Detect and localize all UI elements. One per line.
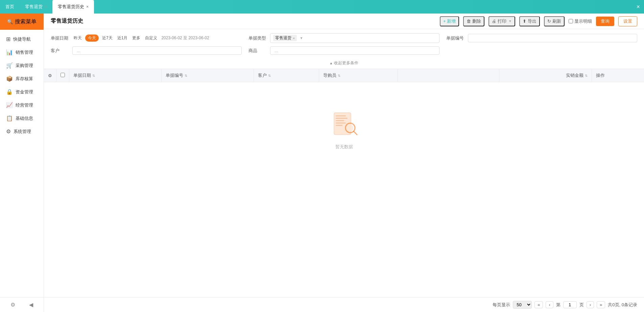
export-button[interactable]: ⬆ 导出: [519, 16, 540, 26]
sidebar-item-basic-info[interactable]: 📋 基础信息: [0, 112, 44, 125]
pagination-summary: 共0页, 0条记录: [608, 302, 637, 308]
inventory-icon: 📦: [6, 75, 13, 82]
finance-icon: 🔒: [6, 89, 13, 95]
date-filter-label: 单据日期: [51, 35, 70, 41]
th-guide-label: 导购员: [323, 72, 336, 79]
th-checkbox[interactable]: [56, 69, 69, 82]
content-area: 零售退货历史 + 新增 🗑 删除 🖨 打印 ▼ ⬆ 导出 ↻: [44, 14, 644, 312]
svg-rect-2: [336, 118, 348, 119]
sidebar-item-quick-nav[interactable]: ⊞ 快捷导航: [0, 32, 44, 46]
sidebar-item-quick-nav-label: 快捷导航: [13, 36, 31, 42]
th-number[interactable]: 单据编号 ⇅: [162, 69, 254, 82]
empty-state: 暂无数据: [44, 82, 644, 177]
th-settings[interactable]: ⚙: [44, 69, 56, 82]
purchase-icon: 🛒: [6, 62, 13, 69]
th-amount-label: 实销金额: [566, 72, 583, 79]
operations-icon: 📈: [6, 102, 13, 108]
print-button[interactable]: 🖨 打印 ▼: [488, 16, 515, 26]
per-page-label: 每页显示: [493, 302, 510, 308]
goods-input[interactable]: ...: [270, 46, 439, 55]
table-header: ⚙ 单据日期 ⇅: [44, 69, 644, 82]
export-icon: ⬆: [523, 19, 526, 24]
first-page-button[interactable]: «: [534, 301, 543, 308]
type-tag-close[interactable]: ×: [293, 36, 295, 40]
th-date[interactable]: 单据日期 ⇅: [69, 69, 162, 82]
sidebar-item-finance-label: 资金管理: [16, 89, 33, 95]
tab-retail-return-history[interactable]: 零售退货历史 ×: [52, 0, 94, 14]
prev-page-button[interactable]: ‹: [546, 301, 553, 308]
sidebar-item-sales[interactable]: 📊 销售管理: [0, 46, 44, 59]
search-icon: 🔍: [7, 19, 13, 24]
th-number-label: 单据编号: [166, 72, 183, 79]
number-input[interactable]: [468, 34, 637, 42]
print-dropdown-arrow: ▼: [508, 19, 512, 23]
sidebar-item-inventory[interactable]: 📦 库存核算: [0, 72, 44, 85]
type-tag-label: 零售退货: [275, 35, 291, 41]
th-guide[interactable]: 导购员 ⇅: [319, 69, 398, 82]
select-all-checkbox[interactable]: [61, 73, 65, 77]
sidebar-item-operations[interactable]: 📈 经营管理: [0, 98, 44, 112]
type-select[interactable]: 零售退货 × ▼: [270, 33, 439, 43]
sales-icon: 📊: [6, 49, 13, 55]
empty-illustration: [327, 109, 361, 140]
page-actions: + 新增 🗑 删除 🖨 打印 ▼ ⬆ 导出 ↻ 刷新: [440, 16, 637, 26]
system-icon: ⚙: [6, 128, 11, 135]
customer-input[interactable]: ...: [72, 46, 242, 55]
query-button[interactable]: 查询: [596, 17, 614, 26]
filter-customer: 客户 ...: [51, 46, 242, 55]
tab-retail-return-history-close[interactable]: ×: [86, 4, 89, 9]
date-btn-1month[interactable]: 近1月: [116, 35, 129, 42]
svg-rect-1: [336, 115, 346, 116]
window-close-button[interactable]: ×: [636, 3, 640, 10]
th-customer[interactable]: 客户 ⇅: [254, 69, 319, 82]
type-dropdown-arrow: ▼: [300, 36, 303, 40]
date-btn-yesterday[interactable]: 昨天: [72, 35, 83, 42]
tab-retail-return-close[interactable]: ×: [45, 4, 47, 9]
sidebar-item-purchase-label: 采购管理: [16, 63, 33, 69]
sidebar-item-finance[interactable]: 🔒 资金管理: [0, 85, 44, 98]
export-label: 导出: [528, 18, 536, 24]
date-btn-7days[interactable]: 近7天: [101, 35, 114, 42]
table-wrapper: ⚙ 单据日期 ⇅: [44, 69, 644, 297]
date-btn-more[interactable]: 更多: [131, 35, 142, 42]
sidebar-bottom: ⚙ ◀: [0, 297, 44, 312]
tab-home[interactable]: 首页: [0, 0, 20, 14]
tab-retail-return[interactable]: 零售退货 ×: [20, 0, 52, 14]
table-body: 暂无数据: [44, 82, 644, 177]
refresh-button[interactable]: ↻ 刷新: [544, 16, 565, 26]
collapse-bar[interactable]: ▲ 收起更多条件: [51, 58, 637, 69]
last-page-button[interactable]: »: [597, 301, 605, 308]
collapse-label: 收起更多条件: [334, 60, 358, 66]
type-filter-label: 单据类型: [248, 35, 267, 41]
pagination-bar: 每页显示 20 50 100 « ‹ 第 页 › » 共0页, 0条记录: [44, 297, 644, 312]
show-detail-checkbox-label[interactable]: 显示明细: [569, 18, 592, 24]
settings-col-icon: ⚙: [48, 73, 52, 78]
show-detail-checkbox[interactable]: [569, 19, 573, 23]
settings-button[interactable]: 设置: [618, 16, 637, 26]
delete-button[interactable]: 🗑 删除: [463, 16, 484, 26]
settings-bottom-button[interactable]: ⚙: [10, 302, 15, 308]
sidebar-item-system-label: 系统管理: [14, 129, 31, 135]
filter-area: 单据日期 昨天 今天 近7天 近1月 更多 自定义 2023-06-02 至 2…: [44, 29, 644, 69]
sidebar-search[interactable]: 🔍 搜索菜单: [0, 14, 44, 30]
sidebar: 🔍 搜索菜单 ⊞ 快捷导航 📊 销售管理 🛒 采购管理 📦 库存核算 🔒: [0, 14, 44, 312]
guide-sort-icon: ⇅: [338, 74, 340, 77]
next-page-button[interactable]: ›: [587, 301, 594, 308]
svg-rect-5: [336, 125, 342, 126]
sidebar-item-system[interactable]: ⚙ 系统管理: [0, 125, 44, 138]
page-number-input[interactable]: [563, 301, 577, 308]
filter-goods: 商品 ...: [248, 46, 439, 55]
date-btn-today[interactable]: 今天: [85, 35, 99, 42]
new-button[interactable]: + 新增: [440, 16, 459, 26]
print-icon: 🖨: [492, 19, 496, 24]
per-page-select[interactable]: 20 50 100: [513, 301, 532, 309]
filter-row-2: 客户 ... 商品 ...: [51, 46, 637, 55]
sidebar-item-purchase[interactable]: 🛒 采购管理: [0, 59, 44, 72]
date-sort-icon: ⇅: [92, 74, 95, 77]
filter-type: 单据类型 零售退货 × ▼: [248, 33, 439, 43]
number-filter-label: 单据编号: [446, 35, 465, 41]
collapse-bottom-button[interactable]: ◀: [29, 302, 33, 308]
th-amount[interactable]: 实销金额 ⇅: [499, 69, 592, 82]
sidebar-item-inventory-label: 库存核算: [16, 76, 33, 82]
date-btn-custom[interactable]: 自定义: [144, 35, 159, 42]
